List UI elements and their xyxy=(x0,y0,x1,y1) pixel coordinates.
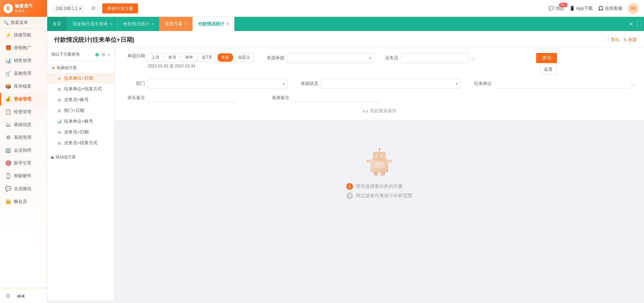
date-last-month-btn[interactable]: 上月 xyxy=(148,53,163,62)
topbar-settings-btn[interactable]: ⚙ xyxy=(89,4,98,13)
status-select[interactable]: ▾ xyxy=(321,79,461,89)
plan-settings-btn[interactable]: ⚙ xyxy=(101,52,106,57)
sidebar-item-capital[interactable]: 💰 资金管理 xyxy=(0,93,47,105)
inventory-icon: 📦 xyxy=(5,83,11,89)
sidebar-item-inventory[interactable]: 📦 库存核算 xyxy=(0,80,47,93)
staff-input[interactable] xyxy=(401,53,468,63)
plan-dept-date[interactable]: ▦ 部门+日期 xyxy=(47,105,114,116)
date-this-month-btn[interactable]: 本月 xyxy=(165,53,180,62)
empty-tip-1: 1 请先选择要分析的方案 xyxy=(346,183,412,190)
tab-close-new-plan[interactable]: × xyxy=(184,22,187,26)
topbar: 192.168.1.1 ▾ ⚙ 体验行业方案 💬 消息 99+ 📱 App下载 … xyxy=(47,0,644,17)
capital-icon: 💰 xyxy=(5,96,11,102)
chevron-right-icon: ▶ xyxy=(51,155,54,160)
phone-icon: 📱 xyxy=(569,6,575,11)
app-download-btn[interactable]: 📱 App下载 xyxy=(569,5,593,11)
tab-home[interactable]: 首页 xyxy=(47,17,67,31)
dept-label: 部门 xyxy=(121,81,145,87)
tab-payment-stat[interactable]: 付款情况统计 × xyxy=(193,17,234,31)
service-icon: 🎧 xyxy=(598,6,604,11)
date-7days-btn[interactable]: 近7天 xyxy=(198,53,216,62)
sidebar-item-marketing[interactable]: 🎁 营销推广 xyxy=(0,41,47,54)
tab-close-receipt-stat[interactable]: × xyxy=(151,22,154,26)
plan-partner-account[interactable]: 📊 往来单位+账号 xyxy=(47,116,114,127)
dept-select[interactable]: ▾ xyxy=(148,79,288,89)
export-btn[interactable]: ↑ 导出 xyxy=(607,37,620,43)
sidebar-item-quick-nav[interactable]: ⚡ 快捷导航 xyxy=(0,29,47,41)
trial-btn[interactable]: 体验行业方案 xyxy=(102,3,138,13)
tab-receipt-stat[interactable]: 收款情况统计 × xyxy=(118,17,159,31)
svg-point-7 xyxy=(379,148,380,150)
mobile-plans-title[interactable]: ▶ 移动端方案 xyxy=(47,152,114,162)
sidebar-item-guide[interactable]: 🎯 新手引导 xyxy=(0,157,47,170)
sidebar-item-basic[interactable]: 🗂 基础信息 xyxy=(0,118,47,131)
tab-fullscreen-btn[interactable]: ⛶ xyxy=(636,21,641,27)
tab-new-plan[interactable]: 新建方案 × xyxy=(159,17,193,31)
sidebar-item-sales[interactable]: 📊 销售管理 xyxy=(0,54,47,67)
sidebar-item-business[interactable]: 📋 经营管理 xyxy=(0,105,47,118)
date-more-btn[interactable]: 更多 xyxy=(217,53,233,62)
tab-bank-flow[interactable]: 现金银行流水查询 × xyxy=(67,17,118,31)
messages-btn[interactable]: 💬 消息 99+ xyxy=(549,5,564,11)
status-label: 单据状态 xyxy=(295,81,318,87)
sidebar-item-hardware[interactable]: ⌚ 智能硬件 xyxy=(0,170,47,182)
guide-icon: 🎯 xyxy=(5,160,11,166)
plan-icon-4: 📊 xyxy=(57,119,62,124)
staff-label: 业务员 xyxy=(381,55,398,61)
plan-staff-settlement[interactable]: ▦ 业务员+结算方式 xyxy=(47,138,114,148)
tab-close-payment-stat[interactable]: × xyxy=(226,22,229,26)
sidebar-item-enterprise[interactable]: 🏢 企业协同 xyxy=(0,144,47,157)
sidebar-item-purchase[interactable]: 🛒 采购管理 xyxy=(0,67,47,80)
tbody-remark-label: 表体备注 xyxy=(266,95,289,101)
refresh-btn[interactable]: ↻ 刷新 xyxy=(623,37,637,43)
sidebar-footer: ⚙ ◀◀ xyxy=(0,288,47,303)
plan-partner-date[interactable]: ● 往来单位+日期 xyxy=(47,73,114,84)
page-header: 付款情况统计(往来单位+日期) ↑ 导出 ↻ 刷新 xyxy=(47,31,644,48)
thead-remark-input[interactable] xyxy=(148,93,235,102)
robot-illustration xyxy=(364,147,394,178)
tabs-right-actions: ✕ ⛶ xyxy=(629,17,644,31)
sidebar-settings-btn[interactable]: ⚙ xyxy=(3,291,13,300)
plan-icon-5: ▦ xyxy=(57,129,62,135)
svg-rect-9 xyxy=(388,160,392,163)
panel-collapse-btn[interactable]: « xyxy=(108,52,110,57)
tab-close-bank-flow[interactable]: × xyxy=(110,22,112,26)
sidebar-item-member[interactable]: 👑 畅会员 xyxy=(0,195,47,208)
date-custom-btn[interactable]: 自定义 xyxy=(234,53,254,62)
add-plan-btn[interactable]: ⊕ xyxy=(95,52,99,57)
partner-dots-btn[interactable]: ... xyxy=(629,80,637,87)
chevron-down-icon: ▼ xyxy=(51,66,55,70)
page-title: 付款情况统计(往来单位+日期) xyxy=(54,36,135,44)
plan-partner-settlement[interactable]: ▦ 往来单位+结算方式 xyxy=(47,84,114,94)
quick-nav-icon: ⚡ xyxy=(5,32,11,38)
online-service-btn[interactable]: 🎧 在线客服 xyxy=(598,5,622,11)
partner-input[interactable] xyxy=(494,79,628,88)
query-btn[interactable]: 查询 xyxy=(536,53,557,63)
tbody-remark-input[interactable] xyxy=(292,93,380,102)
user-avatar[interactable]: Rit xyxy=(628,3,639,14)
purchase-icon: 🛒 xyxy=(5,70,11,77)
sidebar-item-system[interactable]: ⚙ 系统管理 xyxy=(0,131,47,144)
staff-dots-btn[interactable]: ... xyxy=(468,54,477,62)
collapse-conditions-btn[interactable]: ∧∧ 收起更多条件 xyxy=(362,108,397,114)
desktop-plans-title[interactable]: ▼ 电脑端方案 xyxy=(47,63,114,73)
hardware-icon: ⌚ xyxy=(5,173,11,179)
settings-configure-btn[interactable]: 设置 xyxy=(539,64,557,74)
empty-tip-2: 2 用过滤条件来缩小分析范围 xyxy=(346,192,412,199)
plan-staff-date[interactable]: ▦ 业务员+日期 xyxy=(47,127,114,138)
tab-close-all-btn[interactable]: ✕ xyxy=(629,21,633,27)
wechat-icon: 💬 xyxy=(5,186,11,192)
source-select[interactable]: ▾ xyxy=(287,53,375,63)
thead-remark-label: 表头备注 xyxy=(121,95,145,101)
sidebar-collapse-btn[interactable]: ◀◀ xyxy=(16,291,25,300)
basic-icon: 🗂 xyxy=(5,122,11,128)
sidebar-item-wechat[interactable]: 💬 企业微信 xyxy=(0,182,47,195)
plan-staff-account[interactable]: ▦ 业务员+账号 xyxy=(47,94,114,105)
marketing-icon: 🎁 xyxy=(5,45,11,51)
svg-rect-8 xyxy=(366,160,371,163)
svg-point-5 xyxy=(381,155,383,156)
system-icon: ⚙ xyxy=(5,134,11,141)
date-this-year-btn[interactable]: 本年 xyxy=(181,53,197,62)
sidebar-search[interactable]: 🔍 搜索菜单 xyxy=(0,17,47,29)
partner-label: 往来单位 xyxy=(468,81,492,87)
